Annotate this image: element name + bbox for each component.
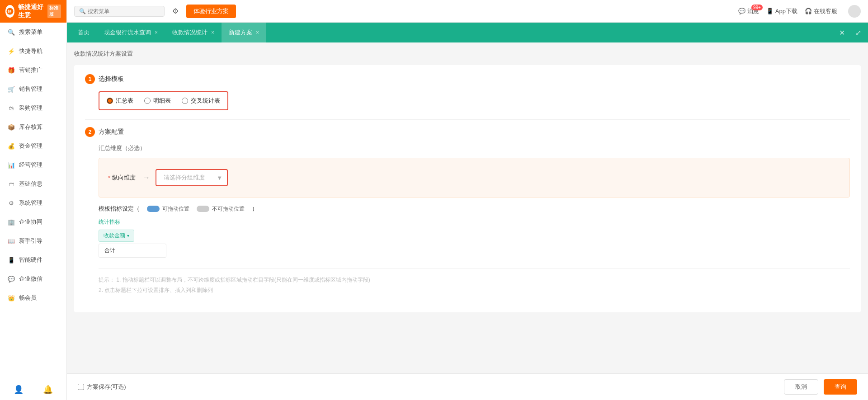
window-maximize-button[interactable]: ⤢ <box>852 26 864 39</box>
radio-detail[interactable]: 明细表 <box>144 97 171 105</box>
device-icon: 📱 <box>7 256 15 264</box>
window-close-button[interactable]: ✕ <box>835 26 848 39</box>
sidebar-item-inventory[interactable]: 📦 库存核算 <box>0 118 66 136</box>
search-input[interactable] <box>88 8 151 14</box>
save-option[interactable]: 方案保存(可选) <box>78 383 784 391</box>
legend-non-movable: 不可拖动位置 <box>197 205 245 213</box>
radio-summary[interactable]: 汇总表 <box>107 97 133 105</box>
sidebar: 好 畅捷通好生意 标准版 🔍 搜索菜单 ⚡ 快捷导航 🎁 营销推广 🛒 销售管理… <box>0 0 67 400</box>
indicator-section: 模板指标设定（ 可拖动位置 不可拖动位置 ） <box>99 205 850 258</box>
legend-movable: 可拖动位置 <box>147 205 189 213</box>
radio-cross-input[interactable] <box>182 98 188 104</box>
radio-summary-input[interactable] <box>107 98 113 104</box>
sidebar-item-management[interactable]: 📊 经营管理 <box>0 155 66 174</box>
sidebar-item-label: 企业微信 <box>19 275 42 283</box>
service-icon: 🎧 <box>805 8 812 14</box>
dimension-area: * 纵向维度 → 请选择分组维度 ▼ <box>99 158 850 198</box>
tab-home[interactable]: 首页 <box>71 23 97 42</box>
dimension-select-placeholder: 请选择分组维度 <box>164 174 205 182</box>
box-icon: 📦 <box>7 123 15 131</box>
gear-icon: ⚙ <box>7 199 15 207</box>
sidebar-item-basic[interactable]: 🗃 基础信息 <box>0 174 66 193</box>
sidebar-bottom-icon-2[interactable]: 🔔 <box>41 383 55 396</box>
sidebar-item-label: 畅会员 <box>19 294 37 302</box>
sidebar-item-label: 企业协同 <box>19 218 42 226</box>
step1-section: 1 选择模板 汇总表 明细表 <box>85 74 850 110</box>
settings-icon[interactable]: ⚙ <box>168 4 183 19</box>
tip-text-2: 2. 点击标题栏下拉可设置排序、插入列和删除列 <box>99 287 850 294</box>
sidebar-item-guide[interactable]: 📖 新手引导 <box>0 231 66 250</box>
movable-legend: 模板指标设定（ 可拖动位置 不可拖动位置 ） <box>99 205 850 213</box>
tab-cashflow[interactable]: 现金银行流水查询 × <box>97 23 165 42</box>
sidebar-item-label: 系统管理 <box>19 199 42 207</box>
legend-dot-movable <box>147 206 160 212</box>
indicator-table: 合计 <box>99 244 166 258</box>
main-area: 🔍 ⚙ 体验行业方案 💬 消息 99+ 📱 App下载 🎧 在线客服 <box>67 0 868 400</box>
service-button[interactable]: 🎧 在线客服 <box>805 7 837 15</box>
message-button[interactable]: 💬 消息 99+ <box>738 7 759 15</box>
trial-button[interactable]: 体验行业方案 <box>186 5 236 18</box>
gift-icon: 🎁 <box>7 66 15 74</box>
save-label: 方案保存(可选) <box>87 383 126 391</box>
indicator-tag-label: 收款金额 <box>104 232 125 240</box>
template-radio-group: 汇总表 明细表 交叉统计表 <box>99 91 228 110</box>
cart-icon: 🛒 <box>7 85 15 93</box>
sidebar-item-marketing[interactable]: 🎁 营销推广 <box>0 61 66 80</box>
tab-new-plan[interactable]: 新建方案 × <box>222 23 266 42</box>
sidebar-item-enterprise[interactable]: 🏢 企业协同 <box>0 212 66 231</box>
tip-label: 提示： <box>99 277 115 283</box>
save-checkbox[interactable] <box>78 384 84 390</box>
sidebar-item-member[interactable]: 👑 畅会员 <box>0 288 66 307</box>
page-title: 收款情况统计方案设置 <box>74 50 861 58</box>
tip-1: 1. 拖动标题栏可以调整布局，不可跨维度或指标区域拖动栏目字段(只能在同一维度或… <box>116 277 370 283</box>
sidebar-item-purchase[interactable]: 🛍 采购管理 <box>0 99 66 118</box>
tab-cashflow-label: 现金银行流水查询 <box>104 28 151 37</box>
tabbar: 首页 现金银行流水查询 × 收款情况统计 × 新建方案 × ✕ ⤢ <box>67 23 868 42</box>
user-avatar[interactable] <box>848 5 861 18</box>
step1-label: 选择模板 <box>99 75 124 83</box>
dimension-dropdown-icon: ▼ <box>217 174 222 181</box>
sidebar-bottom-icon-1[interactable]: 👤 <box>12 383 25 396</box>
vip-icon: 👑 <box>7 294 15 302</box>
sidebar-bottom: 👤 🔔 <box>0 379 66 400</box>
sidebar-item-nav[interactable]: ⚡ 快捷导航 <box>0 42 66 61</box>
sidebar-item-label: 库存核算 <box>19 123 42 131</box>
indicator-tag-dropdown[interactable]: ▾ <box>127 233 129 238</box>
radio-detail-input[interactable] <box>144 98 151 104</box>
indicator-settings-label: 模板指标设定（ <box>99 205 140 213</box>
tab-collection-close[interactable]: × <box>211 29 214 36</box>
topbar: 🔍 ⚙ 体验行业方案 💬 消息 99+ 📱 App下载 🎧 在线客服 <box>67 0 868 23</box>
sidebar-item-hardware[interactable]: 📱 智能硬件 <box>0 250 66 269</box>
step2-section: 2 方案配置 汇总维度（必选） * 纵向维度 → 请选择分组维度 <box>85 127 850 294</box>
radio-cross[interactable]: 交叉统计表 <box>182 97 220 105</box>
download-icon: 📱 <box>766 8 774 14</box>
indicator-tag-amount[interactable]: 收款金额 ▾ <box>99 230 134 242</box>
indicator-settings-suffix: ） <box>252 205 258 213</box>
tab-new-plan-close[interactable]: × <box>256 29 259 36</box>
dimension-select[interactable]: 请选择分组维度 ▼ <box>156 169 228 186</box>
app-name: 畅捷通好生意 <box>18 3 46 19</box>
sidebar-item-sales[interactable]: 🛒 销售管理 <box>0 80 66 99</box>
sidebar-item-wechat[interactable]: 💬 企业微信 <box>0 269 66 288</box>
sidebar-item-system[interactable]: ⚙ 系统管理 <box>0 193 66 212</box>
download-button[interactable]: 📱 App下载 <box>766 7 797 15</box>
tab-new-plan-label: 新建方案 <box>229 28 252 37</box>
sidebar-item-label: 新手引导 <box>19 237 42 245</box>
tab-cashflow-close[interactable]: × <box>155 29 158 36</box>
cancel-button[interactable]: 取消 <box>784 379 818 395</box>
query-button[interactable]: 查询 <box>824 379 857 395</box>
flash-icon: ⚡ <box>7 47 15 55</box>
book-icon: 📖 <box>7 237 15 245</box>
indicator-table-row-total: 合计 <box>99 244 166 257</box>
search-icon-small: 🔍 <box>79 8 86 14</box>
sidebar-item-search[interactable]: 🔍 搜索菜单 <box>0 23 66 42</box>
sidebar-item-finance[interactable]: 💰 资金管理 <box>0 136 66 155</box>
sidebar-item-label: 快捷导航 <box>19 47 42 55</box>
sidebar-logo: 好 畅捷通好生意 标准版 <box>0 0 66 23</box>
legend-movable-label: 可拖动位置 <box>162 205 189 213</box>
topbar-search-area: 🔍 ⚙ 体验行业方案 <box>74 4 738 19</box>
tab-collection[interactable]: 收款情况统计 × <box>165 23 222 42</box>
money-icon: 💰 <box>7 142 15 150</box>
message-badge: 99+ <box>751 5 763 10</box>
search-box[interactable]: 🔍 <box>74 6 165 17</box>
